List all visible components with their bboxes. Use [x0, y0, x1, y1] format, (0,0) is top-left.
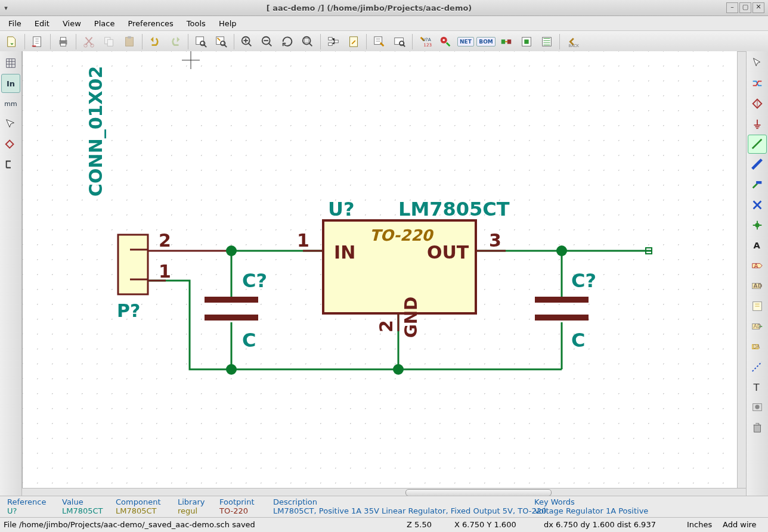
redo-button[interactable] [166, 32, 185, 51]
status-bar: File /home/jimbo/Projects/aac-demo/_save… [0, 517, 768, 532]
page-settings-button[interactable] [28, 32, 47, 51]
footprint-header: Footprint [219, 496, 255, 506]
hidden-pins-button[interactable] [1, 135, 20, 154]
netlist-button[interactable]: NET [456, 32, 475, 51]
select-tool-button[interactable] [748, 54, 767, 73]
connector-pin1-label: 1 [159, 261, 171, 282]
place-hier-label-button[interactable]: AD [748, 276, 767, 295]
place-bus-button[interactable] [748, 155, 767, 174]
status-mode: Add wire [723, 518, 764, 532]
ic-ref-label[interactable]: U? [328, 198, 355, 220]
menu-file[interactable]: File [2, 17, 27, 30]
menu-help[interactable]: Help [213, 17, 243, 30]
status-units: Inches [687, 518, 723, 532]
component-header: Component [116, 496, 160, 506]
svg-point-46 [755, 223, 759, 227]
place-sheet-button[interactable] [748, 297, 767, 316]
ic-value-label[interactable]: LM7805CT [398, 198, 510, 220]
copy-button[interactable] [100, 32, 119, 51]
zoom-out-button[interactable] [258, 32, 277, 51]
import-hier-label-button[interactable]: AD [748, 317, 767, 336]
zoom-in-button[interactable] [237, 32, 256, 51]
print-button[interactable] [54, 32, 73, 51]
c1-ref-label[interactable]: C? [242, 269, 267, 292]
ic-pin2-label: 2 [376, 320, 397, 332]
place-netlabel-button[interactable]: A [748, 236, 767, 255]
place-global-label-button[interactable]: A [748, 256, 767, 275]
svg-text:DA: DA [753, 344, 760, 350]
status-dxy: dx 6.750 dy 1.600 dist 6.937 [544, 518, 687, 532]
c2-value-label[interactable]: C [571, 329, 585, 351]
zoom-fit-button[interactable] [298, 32, 317, 51]
keywords-value: Voltage Regulator 1A Positive [534, 506, 648, 515]
menu-place[interactable]: Place [88, 17, 121, 30]
annotate-button[interactable]: U?A123 [416, 32, 435, 51]
place-junction-button[interactable] [748, 216, 767, 235]
svg-rect-8 [126, 38, 134, 46]
ic-footprint-label[interactable]: TO-220 [370, 226, 432, 244]
svg-text:AD: AD [754, 323, 761, 329]
units-inches-button[interactable]: In [1, 74, 20, 93]
back-import-button[interactable]: BACK [563, 32, 582, 51]
place-wire-button[interactable] [748, 135, 767, 154]
place-graphic-line-button[interactable] [748, 357, 767, 377]
connector-pin2-label: 2 [159, 230, 171, 251]
schematic-canvas[interactable]: CONN_01X02 P? 2 1 U? LM7805CT TO-220 IN … [22, 51, 746, 496]
find-replace-button[interactable] [212, 32, 231, 51]
description-header: Description [273, 496, 546, 506]
highlight-net-button[interactable] [748, 74, 767, 93]
run-cvpcb-button[interactable] [517, 32, 536, 51]
svg-rect-0 [33, 37, 41, 47]
bom-button[interactable]: BOM [476, 32, 496, 51]
erc-button[interactable] [436, 32, 455, 51]
status-message: File /home/jimbo/Projects/aac-demo/_save… [4, 518, 407, 532]
svg-text:A: A [754, 263, 758, 269]
cut-button[interactable] [79, 32, 98, 51]
new-schematic-button[interactable] [2, 32, 21, 51]
grid-toggle-button[interactable] [1, 54, 20, 73]
c1-value-label[interactable]: C [242, 329, 256, 351]
assign-footprints-button[interactable] [497, 32, 516, 51]
place-power-button[interactable] [748, 114, 767, 133]
zoom-redraw-button[interactable] [278, 32, 297, 51]
find-button[interactable] [191, 32, 210, 51]
place-text-button[interactable]: T [748, 378, 767, 397]
svg-rect-29 [501, 39, 505, 43]
place-component-button[interactable] [748, 94, 767, 113]
leave-sheet-button[interactable] [344, 32, 363, 51]
paste-button[interactable] [120, 32, 139, 51]
cursor-shape-button[interactable] [1, 114, 20, 133]
vertical-scrollbar[interactable] [737, 51, 747, 489]
menu-tools[interactable]: Tools [181, 17, 212, 30]
place-hier-pin-button[interactable]: DA [748, 337, 767, 356]
description-value: LM7805CT, Positive 1A 35V Linear Regulat… [273, 506, 546, 515]
undo-button[interactable] [145, 32, 165, 51]
menu-preferences[interactable]: Preferences [122, 17, 179, 30]
connector-ref-label[interactable]: P? [117, 300, 140, 321]
system-menu-icon[interactable]: ▾ [0, 4, 12, 12]
run-pcbnew-button[interactable] [537, 32, 556, 51]
maximize-button[interactable]: ▢ [739, 2, 751, 13]
component-value: LM7805CT [116, 506, 160, 515]
left-toolbar: In mm [0, 51, 22, 496]
close-button[interactable]: ✕ [752, 2, 764, 13]
units-mm-button[interactable]: mm [1, 94, 20, 113]
menu-edit[interactable]: Edit [29, 17, 55, 30]
minimize-button[interactable]: – [726, 2, 738, 13]
place-bus-entry-button[interactable] [748, 175, 767, 194]
connector-value-label[interactable]: CONN_01X02 [85, 66, 106, 197]
place-noconnect-button[interactable] [748, 195, 767, 214]
status-xy: X 6.750 Y 1.600 [454, 518, 544, 532]
library-browser-button[interactable] [390, 32, 409, 51]
place-image-button[interactable] [748, 398, 767, 417]
svg-rect-10 [196, 37, 204, 45]
hierarchy-navigator-button[interactable] [324, 32, 343, 51]
bom-icon: BOM [476, 37, 495, 46]
menu-view[interactable]: View [57, 17, 87, 30]
svg-rect-3 [60, 43, 66, 46]
bus-direction-button[interactable] [1, 155, 20, 174]
c2-ref-label[interactable]: C? [571, 269, 596, 292]
delete-button[interactable] [748, 418, 767, 437]
library-editor-button[interactable] [370, 32, 389, 51]
workspace: In mm [0, 51, 768, 496]
